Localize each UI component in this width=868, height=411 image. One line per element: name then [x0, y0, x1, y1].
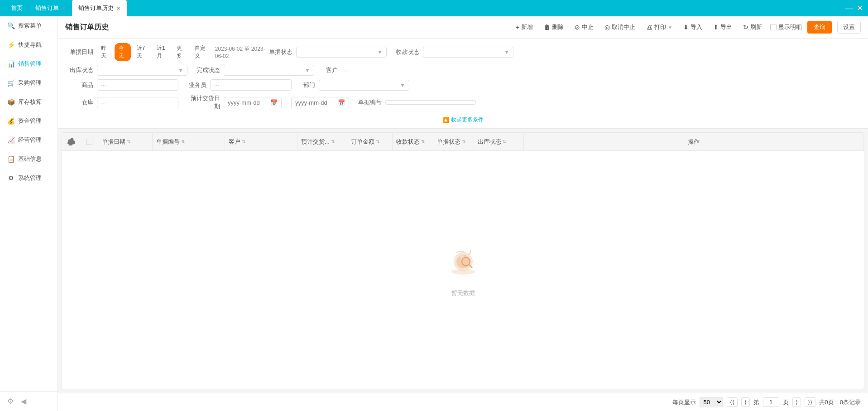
th-docno[interactable]: 单据编号 ⇅: [153, 133, 225, 150]
payment-status-chevron: ▼: [504, 49, 509, 55]
close-tab-sales-order[interactable]: ✕: [62, 5, 66, 11]
delivery-date-end-field[interactable]: [295, 99, 336, 106]
filter-row-3: 商品 ··· 业务员 ··· 部门 ▼: [65, 79, 861, 91]
date-yesterday-btn[interactable]: 昨天: [97, 43, 113, 61]
purchase-icon: 🛒: [7, 79, 14, 87]
date-today-btn[interactable]: 今天: [115, 43, 130, 61]
print-dropdown-icon: ▼: [668, 25, 672, 30]
cancel-stop-icon: ◎: [604, 24, 610, 31]
sidebar-item-search[interactable]: 🔍 搜索菜单: [0, 16, 58, 35]
table-area: 单据日期 ⇅ 单据编号 ⇅ 客户 ⇅ 预计交货... ⇅ 订单金额 ⇅: [62, 132, 864, 389]
delete-button[interactable]: 🗑 删除: [541, 21, 566, 33]
empty-state-illustration: [443, 243, 484, 284]
minimize-btn[interactable]: —: [845, 4, 853, 13]
date-1month-btn[interactable]: 近1月: [153, 43, 171, 61]
th-payment-status[interactable]: 收款状态 ⇅: [393, 133, 433, 150]
tab-sales-order-history[interactable]: 销售订单历史 ✕: [72, 0, 127, 16]
last-page-btn[interactable]: ⟩⟩: [805, 397, 815, 407]
goods-ellipsis[interactable]: ···: [97, 79, 178, 91]
settings-button[interactable]: 设置: [837, 21, 861, 34]
per-page-label: 每页显示: [672, 398, 696, 406]
sidebar-item-basic-info[interactable]: 📋 基础信息: [0, 150, 58, 169]
th-settings[interactable]: [62, 133, 80, 150]
close-window-btn[interactable]: ✕: [857, 3, 863, 13]
sort-outbound-icon: ⇅: [503, 139, 506, 144]
page-prefix: 第: [753, 398, 759, 406]
th-customer[interactable]: 客户 ⇅: [225, 133, 297, 150]
empty-state: 暂无数据: [62, 151, 864, 389]
sidebar-settings-icon[interactable]: ⚙: [7, 397, 14, 406]
delivery-date-start-input[interactable]: 📅: [224, 97, 282, 108]
sidebar-item-sales[interactable]: 📊 销售管理: [0, 54, 58, 73]
sidebar-item-quicknav[interactable]: ⚡ 快捷导航: [0, 35, 58, 54]
show-detail-toggle[interactable]: 显示明细: [770, 23, 802, 31]
goods-label: 商品: [65, 81, 97, 89]
customer-ellipsis[interactable]: ···: [341, 67, 350, 74]
salesperson-ellipsis[interactable]: ···: [210, 79, 292, 91]
settings-gear-icon: [67, 138, 75, 145]
tab-home[interactable]: 首页: [5, 0, 29, 16]
th-date[interactable]: 单据日期 ⇅: [98, 133, 153, 150]
sort-delivery-icon: ⇅: [331, 139, 335, 144]
doc-status-label: 单据状态: [269, 48, 296, 56]
th-delivery[interactable]: 预计交货... ⇅: [297, 133, 347, 150]
top-bar-right: — ✕: [845, 3, 863, 13]
query-button[interactable]: 查询: [807, 21, 832, 34]
import-button[interactable]: ⬇ 导入: [681, 21, 705, 33]
tab-sales-order[interactable]: 销售订单 ✕: [29, 0, 72, 16]
print-button[interactable]: 🖨 打印 ▼: [643, 21, 675, 33]
calendar-end-icon[interactable]: 📅: [338, 99, 345, 106]
collapse-filter-row[interactable]: 🔼 收起更多条件: [65, 114, 861, 126]
sidebar-collapse-icon[interactable]: ◀: [21, 397, 26, 406]
search-icon: 🔍: [7, 22, 14, 29]
date-quick-btns: 昨天 今天 近7天 近1月 更多 自定义: [97, 43, 211, 61]
show-detail-checkbox[interactable]: [770, 24, 777, 30]
date-7days-btn[interactable]: 近7天: [133, 43, 151, 61]
sidebar-item-operations[interactable]: 📈 经营管理: [0, 131, 58, 150]
sort-payment-icon: ⇅: [421, 139, 425, 144]
select-all-checkbox[interactable]: [86, 139, 92, 145]
payment-status-label: 收款状态: [396, 48, 423, 56]
export-button[interactable]: ⬆ 导出: [710, 21, 735, 33]
date-custom-btn[interactable]: 自定义: [191, 43, 211, 61]
date-more-btn[interactable]: 更多: [173, 43, 188, 61]
th-doc-status[interactable]: 单据状态 ⇅: [433, 133, 474, 150]
top-bar: 首页 销售订单 ✕ 销售订单历史 ✕ — ✕: [0, 0, 868, 16]
warehouse-ellipsis[interactable]: ···: [97, 97, 178, 108]
date-range-text: 2023-06-02 至 2023-06-02: [215, 45, 269, 59]
sidebar-item-purchase[interactable]: 🛒 采购管理: [0, 73, 58, 92]
complete-status-select[interactable]: ▼: [224, 65, 314, 76]
per-page-select[interactable]: 50 10 20 100: [700, 397, 723, 407]
total-records-text: 共0页，0条记录: [819, 398, 861, 406]
outbound-status-select[interactable]: ▼: [97, 65, 187, 76]
sidebar-item-system[interactable]: ⚙ 系统管理: [0, 169, 58, 188]
first-page-btn[interactable]: ⟨⟨: [727, 397, 738, 407]
sidebar-item-finance[interactable]: 💰 资金管理: [0, 111, 58, 131]
add-button[interactable]: + 新增: [513, 21, 536, 33]
sidebar: 🔍 搜索菜单 ⚡ 快捷导航 📊 销售管理 🛒 采购管理 📦 库存核算 💰 资金管…: [0, 16, 58, 411]
complete-status-label: 完成状态: [197, 66, 224, 74]
th-amount[interactable]: 订单金额 ⇅: [347, 133, 393, 150]
customer-label: 客户: [323, 66, 341, 74]
refresh-button[interactable]: ↻ 刷新: [740, 21, 765, 33]
refresh-icon: ↻: [743, 24, 748, 31]
doc-no-input[interactable]: [385, 100, 476, 105]
delivery-date-start-field[interactable]: [228, 99, 269, 106]
sidebar-item-inventory[interactable]: 📦 库存核算: [0, 92, 58, 111]
page-suffix: 页: [783, 398, 789, 406]
payment-status-select[interactable]: ▼: [423, 47, 513, 58]
sort-docno-icon: ⇅: [181, 139, 185, 144]
calendar-start-icon[interactable]: 📅: [270, 99, 278, 106]
dept-select[interactable]: ▼: [319, 80, 409, 91]
close-tab-sales-order-history[interactable]: ✕: [116, 5, 120, 11]
collapse-arrow-icon: 🔼: [442, 117, 449, 123]
prev-page-btn[interactable]: ⟨: [741, 397, 750, 407]
next-page-btn[interactable]: ⟩: [792, 397, 801, 407]
stop-button[interactable]: ⊘ 中止: [572, 21, 596, 33]
doc-status-select[interactable]: ▼: [296, 47, 387, 58]
th-checkbox[interactable]: [80, 133, 98, 150]
th-outbound-status[interactable]: 出库状态 ⇅: [474, 133, 524, 150]
delivery-date-end-input[interactable]: 📅: [291, 97, 349, 108]
page-number-input[interactable]: [763, 397, 779, 407]
cancel-stop-button[interactable]: ◎ 取消中止: [602, 21, 638, 33]
